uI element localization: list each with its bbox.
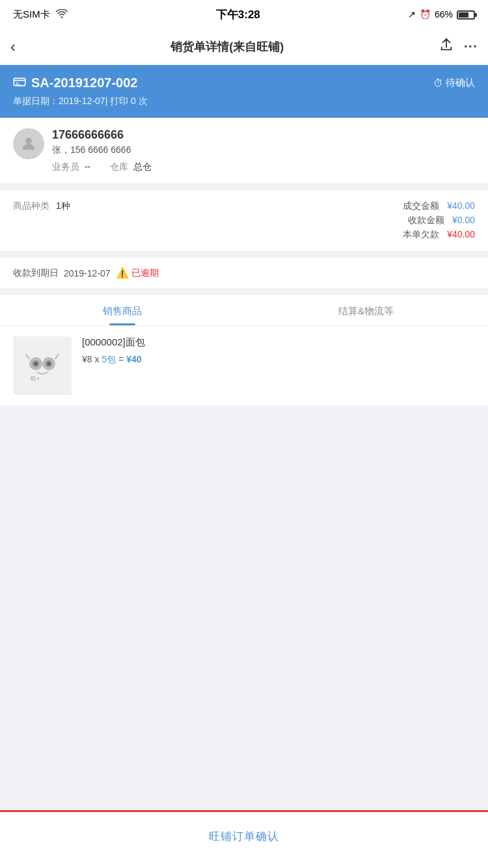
product-item: 旺+ [0000002]面包 ¥8 x 5包 = ¥40 [0, 326, 488, 405]
nav-bar: ‹ 销货单详情(来自旺铺) ··· [0, 29, 488, 65]
owed-row: 本单欠款 ¥40.00 [403, 229, 475, 241]
customer-card: 17666666666 张，156 6666 6666 业务员 -- 仓库 总仓 [0, 118, 488, 183]
due-date-section: 收款到期日 2019-12-07 ⚠️ 已逾期 [0, 258, 488, 288]
product-name: [0000002]面包 [82, 336, 475, 349]
empty-area [0, 412, 488, 542]
status-clock-icon: ⏱ [433, 77, 443, 88]
customer-phone: 17666666666 [52, 128, 475, 142]
bottom-button-area: 旺铺订单确认 [0, 810, 488, 868]
overdue-icon: ⚠️ [116, 267, 129, 279]
summary-section: 商品种类 1种 成交金额 ¥40.00 收款金额 ¥0.00 本单欠款 ¥40.… [0, 190, 488, 251]
back-button[interactable]: ‹ [10, 38, 16, 56]
tab-sales-product[interactable]: 销售商品 [0, 295, 244, 325]
product-thumbnail: 旺+ [13, 336, 72, 395]
product-details: [0000002]面包 ¥8 x 5包 = ¥40 [82, 336, 475, 366]
transaction-row: 成交金额 ¥40.00 [403, 200, 475, 212]
share-button[interactable] [439, 38, 454, 55]
order-id: SA-20191207-002 [13, 75, 137, 90]
overdue-badge: ⚠️ 已逾期 [116, 267, 159, 279]
due-date-label: 收款到期日 [13, 267, 59, 279]
overdue-text: 已逾期 [131, 267, 159, 279]
salesperson-item: 业务员 -- [52, 161, 90, 173]
payment-row: 收款金额 ¥0.00 [408, 215, 475, 226]
product-price: ¥8 x 5包 = ¥40 [82, 354, 475, 366]
carrier-text: 无SIM卡 [13, 8, 50, 21]
battery-percent: 66% [435, 9, 453, 20]
nav-actions: ··· [439, 38, 478, 55]
svg-point-7 [47, 362, 50, 365]
status-bar: 无SIM卡 下午3:28 ↗ ⏰ 66% [0, 0, 488, 29]
svg-point-1 [25, 138, 31, 144]
status-left: 无SIM卡 [13, 8, 68, 21]
status-time: 下午3:28 [216, 7, 260, 22]
due-date-value: 2019-12-07 [64, 268, 111, 278]
order-id-icon [13, 75, 26, 90]
tabs-bar: 销售商品 结算&物流等 [0, 295, 488, 326]
battery-icon [457, 9, 475, 20]
order-status: ⏱ 待确认 [433, 77, 475, 89]
warehouse-item: 仓库 总仓 [110, 161, 152, 173]
order-header: SA-20191207-002 ⏱ 待确认 单据日期：2019-12-07| 打… [0, 65, 488, 118]
svg-point-6 [34, 362, 37, 365]
confirm-button[interactable]: 旺铺订单确认 [13, 820, 475, 852]
status-right: ↗ ⏰ 66% [408, 9, 475, 20]
summary-amounts: 成交金额 ¥40.00 收款金额 ¥0.00 本单欠款 ¥40.00 [403, 200, 475, 241]
order-date: 单据日期：2019-12-07| 打印 0 次 [13, 96, 475, 107]
page-title: 销货单详情(来自旺铺) [170, 39, 284, 55]
alarm-icon: ⏰ [420, 9, 431, 20]
svg-text:旺+: 旺+ [31, 375, 40, 382]
customer-name: 张，156 6666 6666 [52, 144, 475, 156]
tab-settlement[interactable]: 结算&物流等 [244, 295, 488, 325]
product-type: 商品种类 1种 [13, 200, 70, 212]
location-icon: ↗ [408, 9, 416, 20]
avatar [13, 128, 44, 159]
wifi-icon [55, 9, 68, 20]
more-button[interactable]: ··· [464, 38, 478, 55]
